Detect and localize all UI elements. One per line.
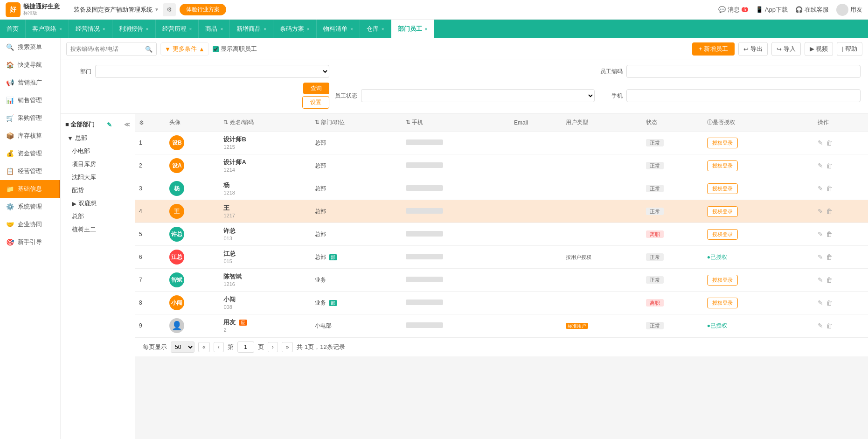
delete-button[interactable]: 🗑 [826, 185, 833, 192]
delete-button[interactable]: 🗑 [826, 162, 833, 169]
user-menu[interactable]: 用友 [836, 4, 862, 16]
close-icon[interactable]: × [350, 27, 353, 32]
edit-button[interactable]: ✎ [818, 299, 823, 307]
close-icon[interactable]: × [382, 27, 384, 32]
col-name[interactable]: ⇅ 姓名/编码 [220, 114, 311, 132]
trial-button[interactable]: 体验行业方案 [180, 4, 226, 15]
delete-button[interactable]: 🗑 [826, 299, 833, 307]
edit-button[interactable]: ✎ [818, 276, 823, 284]
dept-node-shenyang[interactable]: 沈阳大库 [61, 171, 135, 184]
dept-edit-icon[interactable]: ✎ [107, 121, 112, 128]
search-input[interactable] [67, 46, 141, 52]
sidebar-item-management[interactable]: 📋 经营管理 [0, 162, 60, 180]
auth-button[interactable]: 授权登录 [707, 183, 738, 194]
close-icon[interactable]: × [425, 27, 428, 32]
delete-button[interactable]: 🗑 [826, 208, 833, 215]
auth-button[interactable]: 授权登录 [707, 206, 738, 217]
add-employee-button[interactable]: + 新增员工 [692, 42, 735, 56]
close-icon[interactable]: × [59, 27, 62, 32]
app-download-button[interactable]: 📱 App下载 [756, 6, 788, 14]
page-size-select[interactable]: 50 100 [171, 341, 194, 353]
sidebar-item-basic[interactable]: 📁 基础信息 [0, 180, 60, 198]
sidebar-item-system[interactable]: ⚙️ 系统管理 [0, 198, 60, 216]
page-number-input[interactable] [237, 341, 254, 353]
dept-node-general[interactable]: ▼ 总部 [61, 132, 135, 145]
show-leaving-checkbox-label[interactable]: 显示离职员工 [213, 45, 257, 53]
tab-barcode[interactable]: 条码方案× [273, 20, 317, 38]
dept-node-proj-warehouse[interactable]: 项目库房 [61, 158, 135, 171]
dept-node-plant[interactable]: 植树王二 [61, 223, 135, 236]
tab-customer[interactable]: 客户联络× [26, 20, 69, 38]
sidebar-item-collab[interactable]: 🤝 企业协同 [0, 216, 60, 233]
auth-button[interactable]: 授权登录 [707, 275, 738, 286]
tab-profit[interactable]: 利润报告× [112, 20, 156, 38]
tab-goods[interactable]: 商品× [199, 20, 230, 38]
emp-code-input[interactable] [626, 65, 861, 78]
query-button[interactable]: 查询 [303, 83, 329, 94]
delete-button[interactable]: 🗑 [826, 139, 833, 146]
edit-button[interactable]: ✎ [818, 185, 823, 192]
delete-button[interactable]: 🗑 [826, 276, 833, 284]
sidebar-item-sales[interactable]: 📊 销售管理 [0, 91, 60, 109]
sidebar-item-search[interactable]: 🔍 搜索菜单 [0, 38, 60, 56]
settings-icon[interactable]: ⚙ [163, 3, 176, 16]
first-page-button[interactable]: « [198, 342, 210, 352]
phone-input[interactable] [626, 89, 861, 102]
edit-button[interactable]: ✎ [818, 230, 823, 238]
dept-node-small-elec[interactable]: 小电部 [61, 145, 135, 158]
prev-page-button[interactable]: ‹ [214, 342, 224, 352]
emp-status-select[interactable] [361, 89, 595, 102]
view-button[interactable]: ▶ 视频 [805, 42, 833, 56]
tab-operation[interactable]: 经营情况× [69, 20, 112, 38]
set-button[interactable]: 设置 [302, 96, 329, 109]
close-icon[interactable]: × [189, 27, 192, 32]
more-conditions-button[interactable]: ▼ 更多条件 ▲ [160, 42, 209, 56]
next-page-button[interactable]: › [268, 342, 278, 352]
edit-button[interactable]: ✎ [818, 139, 823, 146]
edit-button[interactable]: ✎ [818, 253, 823, 261]
sidebar-item-inventory[interactable]: 📦 库存核算 [0, 127, 60, 145]
edit-button[interactable]: ✎ [818, 162, 823, 169]
dept-tree-collapse-icon[interactable]: ≪ [124, 121, 130, 128]
online-service-button[interactable]: 🎧 在线客服 [795, 6, 829, 14]
auth-button[interactable]: 授权登录 [707, 229, 738, 240]
search-box[interactable]: 🔍 [66, 42, 157, 56]
export-button[interactable]: ↩ 导出 [738, 42, 768, 56]
last-page-button[interactable]: » [282, 342, 293, 352]
close-icon[interactable]: × [220, 27, 223, 32]
sidebar-item-guide[interactable]: 🎯 新手引导 [0, 233, 60, 251]
tab-history[interactable]: 经营历程× [156, 20, 199, 38]
auth-button[interactable]: 授权登录 [707, 160, 738, 171]
dept-node-shipping[interactable]: 配货 [61, 184, 135, 197]
auth-button[interactable]: 授权登录 [707, 138, 738, 148]
dept-node-double[interactable]: ▶ 双鹿想 [61, 197, 135, 210]
close-icon[interactable]: × [264, 27, 266, 32]
sidebar-item-purchase[interactable]: 🛒 采购管理 [0, 109, 60, 127]
tab-new-goods[interactable]: 新增商品× [230, 20, 273, 38]
tab-department[interactable]: 部门员工× [391, 20, 435, 38]
show-leaving-checkbox[interactable] [213, 46, 219, 52]
help-button[interactable]: | 帮助 [837, 42, 862, 56]
dept-select[interactable] [95, 65, 329, 78]
edit-button[interactable]: ✎ [818, 322, 823, 329]
dept-node-hq[interactable]: 总部 [61, 210, 135, 223]
close-icon[interactable]: × [307, 27, 310, 32]
tab-warehouse[interactable]: 仓库× [360, 20, 391, 38]
sidebar-item-nav[interactable]: 🏠 快捷导航 [0, 56, 60, 74]
close-icon[interactable]: × [146, 27, 149, 32]
system-name[interactable]: 装备及固定资产辅助管理系统 ▼ [74, 6, 159, 14]
sidebar-item-finance[interactable]: 💰 资金管理 [0, 145, 60, 162]
tab-home[interactable]: 首页 [0, 20, 26, 38]
message-button[interactable]: 💬 消息 5 [718, 6, 748, 14]
delete-button[interactable]: 🗑 [826, 230, 833, 238]
close-icon[interactable]: × [103, 27, 105, 32]
col-settings[interactable]: ⚙ [135, 114, 166, 132]
tab-bom[interactable]: 物料清单× [317, 20, 360, 38]
delete-button[interactable]: 🗑 [826, 253, 833, 261]
delete-button[interactable]: 🗑 [826, 322, 833, 329]
auth-button[interactable]: 授权登录 [707, 298, 738, 308]
edit-button[interactable]: ✎ [818, 208, 823, 215]
col-dept[interactable]: ⇅ 部门/职位 [311, 114, 402, 132]
col-phone[interactable]: ⇅ 手机 [402, 114, 510, 132]
import-button[interactable]: ↪ 导入 [771, 42, 801, 56]
